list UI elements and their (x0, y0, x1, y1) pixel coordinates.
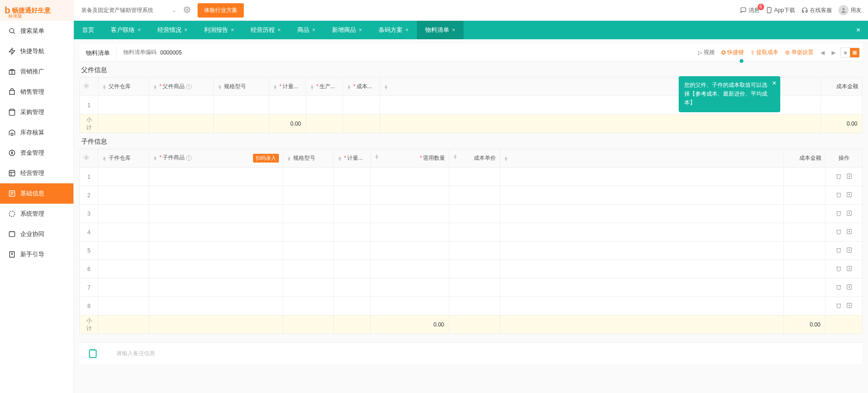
avatar-icon (838, 5, 849, 15)
view-form-button[interactable]: ▦ (850, 48, 859, 57)
user-menu[interactable]: 用友 (838, 5, 862, 15)
table-row[interactable]: 8 (80, 297, 862, 315)
svg-rect-53 (90, 350, 96, 357)
gear-icon[interactable] (180, 6, 194, 14)
sidebar-item-search[interactable]: 搜索菜单 (0, 21, 73, 41)
view-list-button[interactable]: ≡ (841, 48, 850, 57)
sidebar-item-money[interactable]: 资金管理 (0, 143, 73, 163)
table-row[interactable]: 4 (80, 223, 862, 242)
table-row[interactable]: 5 (80, 242, 862, 260)
close-icon[interactable]: × (359, 27, 362, 33)
svg-rect-24 (767, 7, 771, 13)
tab-条码方案[interactable]: 条码方案× (370, 21, 417, 39)
close-icon[interactable]: ✕ (772, 79, 777, 88)
video-link[interactable]: ▷ 视频 (696, 48, 717, 56)
download-button[interactable]: App下载 (766, 6, 795, 14)
notes-icon (88, 349, 98, 359)
flash-icon (8, 48, 16, 55)
help-icon[interactable]: ? (186, 155, 192, 161)
tab-利润报告[interactable]: 利润报告× (196, 21, 242, 39)
svg-line-1 (13, 32, 15, 34)
add-row-icon[interactable] (846, 266, 852, 273)
delete-icon[interactable] (836, 284, 842, 291)
add-row-icon[interactable] (846, 302, 852, 310)
sidebar-item-bag[interactable]: 采购管理 (0, 102, 73, 122)
bill-code-value: 0000005 (160, 49, 182, 56)
prev-button[interactable]: ◀ (818, 48, 826, 57)
add-row-icon[interactable] (846, 247, 852, 254)
close-icon[interactable]: × (405, 27, 409, 33)
add-row-icon[interactable] (846, 229, 852, 236)
notes-placeholder[interactable]: 请输入备注信息 (116, 350, 155, 357)
system-selector-label: 装备及固定资产辅助管理系统 (81, 6, 153, 14)
delete-icon[interactable] (836, 229, 842, 236)
tab-客户联络[interactable]: 客户联络× (102, 21, 149, 39)
gear-icon: ⚙ (785, 49, 790, 56)
sidebar-item-sys[interactable]: 系统管理 (0, 204, 73, 224)
close-icon[interactable]: × (231, 27, 234, 33)
bill-code-area: 物料清单编码 0000005 (117, 44, 188, 61)
sidebar-item-gift[interactable]: 营销推广 (0, 61, 73, 82)
messages-badge: 6 (758, 4, 764, 10)
sidebar-item-ops[interactable]: 经营管理 (0, 163, 73, 183)
table-row[interactable]: 2 (80, 186, 862, 205)
tab-首页[interactable]: 首页 (74, 21, 102, 39)
sidebar-item-base[interactable]: 基础信息 (0, 183, 73, 204)
delete-icon[interactable] (836, 210, 842, 218)
sidebar-item-stock[interactable]: 库存核算 (0, 122, 73, 143)
delete-icon[interactable] (836, 302, 842, 310)
close-icon[interactable]: × (452, 27, 455, 33)
shortcut-link[interactable]: ✪ 快捷键 (719, 48, 746, 56)
tab-label: 物料清单 (425, 26, 449, 34)
play-icon: ▷ (698, 49, 702, 56)
add-row-icon[interactable] (846, 210, 852, 218)
close-icon[interactable]: × (138, 27, 141, 33)
column-settings-button[interactable] (80, 149, 98, 168)
delete-icon[interactable] (836, 247, 842, 254)
sidebar-item-flash[interactable]: 快捷导航 (0, 41, 73, 61)
next-button[interactable]: ▶ (829, 48, 838, 57)
table-row[interactable]: 3 (80, 205, 862, 223)
gift-icon (8, 68, 16, 75)
delete-icon[interactable] (836, 192, 842, 199)
child-table: ▲▼子件仓库 ▲▼*子件商品?扫码录入 ▲▼规格型号 ▲▼*计量... ▲▼*需… (79, 149, 862, 334)
sidebar-item-label: 新手引导 (20, 250, 44, 259)
sidebar-item-label: 基础信息 (20, 189, 44, 198)
tab-经营历程[interactable]: 经营历程× (242, 21, 289, 39)
sidebar-item-corp[interactable]: 企业协同 (0, 224, 73, 244)
messages-button[interactable]: 消息 6 (740, 6, 760, 14)
column-settings-button[interactable] (80, 78, 98, 96)
help-icon[interactable]: ? (186, 84, 192, 90)
service-button[interactable]: 在线客服 (802, 6, 832, 14)
search-icon (8, 27, 16, 35)
tab-新增商品[interactable]: 新增商品× (324, 21, 370, 39)
table-row[interactable]: 7 (80, 278, 862, 297)
svg-point-27 (86, 85, 87, 87)
sidebar-item-label: 销售管理 (20, 88, 44, 96)
sidebar-item-label: 企业协同 (20, 230, 44, 238)
table-row[interactable]: 6 (80, 260, 862, 278)
tab-经营情况[interactable]: 经营情况× (149, 21, 196, 39)
tab-商品[interactable]: 商品× (289, 21, 324, 39)
close-icon[interactable]: × (312, 27, 315, 33)
delete-icon[interactable] (836, 266, 842, 273)
scan-button[interactable]: 扫码录入 (253, 154, 279, 163)
sidebar-item-cart[interactable]: 销售管理 (0, 82, 73, 102)
tab-物料清单[interactable]: 物料清单× (417, 21, 464, 39)
table-row[interactable]: 1 (80, 168, 862, 186)
sidebar-item-guide[interactable]: 新手引导 (0, 244, 73, 265)
add-row-icon[interactable] (846, 192, 852, 199)
cta-button[interactable]: 体验行业方案 (198, 3, 244, 18)
delete-icon[interactable] (836, 173, 842, 181)
close-icon[interactable]: × (277, 27, 281, 33)
close-icon[interactable]: × (184, 27, 187, 33)
add-row-icon[interactable] (846, 284, 852, 291)
extract-cost-link[interactable]: ⇪ 提取成本 (748, 48, 780, 56)
parent-section-title: 父件信息 (79, 61, 862, 77)
bill-settings-link[interactable]: ⚙ 单据设置 (783, 48, 815, 56)
add-row-icon[interactable] (846, 173, 852, 181)
close-all-tabs-button[interactable]: ✕ (851, 21, 865, 39)
tab-label: 条码方案 (379, 26, 403, 34)
system-selector[interactable]: 装备及固定资产辅助管理系统 ⌄ (78, 6, 180, 14)
tab-label: 利润报告 (204, 26, 228, 34)
